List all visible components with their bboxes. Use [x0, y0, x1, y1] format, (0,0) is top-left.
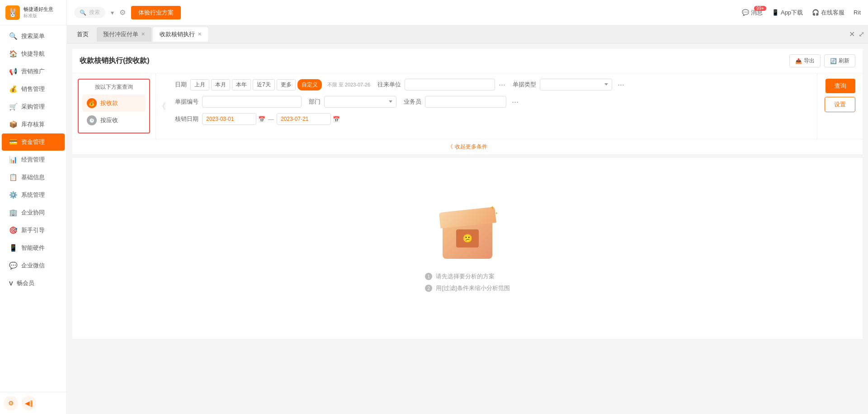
topbar-search[interactable]: 🔍 搜索: [74, 7, 105, 18]
receipt-tab-label: 收款核销执行: [160, 30, 195, 38]
sidebar-item-label: 营销推广: [21, 67, 45, 76]
sparkle-icon: ✦: [490, 205, 495, 211]
export-button[interactable]: 📤 导出: [789, 54, 821, 67]
sidebar-item-enterprise[interactable]: 🏢 企业协同: [2, 204, 65, 221]
date-btn-custom[interactable]: 自定义: [297, 79, 322, 90]
sidebar-item-search[interactable]: 🔍 搜索菜单: [2, 28, 65, 45]
filter-row-2: 单据编号 部门 业务员 ···: [175, 96, 810, 108]
refresh-button[interactable]: 🔄 刷新: [824, 54, 855, 67]
sidebar-item-quick-nav[interactable]: 🏠 快捷导航: [2, 45, 65, 62]
app-name: 畅捷通好生意: [24, 6, 53, 13]
empty-illustration: 😕 ✦ ✦: [436, 205, 499, 263]
query-button[interactable]: 查询: [826, 79, 855, 93]
sidebar-item-guide[interactable]: 🎯 新手引导: [2, 222, 65, 239]
date-btn-this-month[interactable]: 本月: [211, 79, 230, 90]
tabs-bar: 首页 预付冲应付单 ✕ 收款核销执行 ✕ ✕ ⤢: [67, 25, 868, 43]
topbar-gear-icon[interactable]: ⚙: [119, 8, 126, 17]
writeoff-date-start-input[interactable]: [202, 113, 256, 125]
sidebar-item-purchase[interactable]: 🛒 采购管理: [2, 98, 65, 115]
dept-select[interactable]: [324, 96, 396, 108]
party-input[interactable]: [405, 79, 495, 90]
docnum-input[interactable]: [202, 96, 302, 108]
tab-close-all-button[interactable]: ✕: [849, 30, 855, 38]
doctype-more-icon[interactable]: ···: [618, 80, 624, 90]
empty-box-face: 😕: [456, 229, 479, 247]
sidebar-item-label: 企业微信: [21, 262, 45, 270]
collapse-more-bar[interactable]: 《 收起更多条件: [72, 139, 863, 154]
staff-more-icon[interactable]: ···: [512, 97, 519, 107]
system-icon: ⚙️: [9, 191, 18, 199]
topbar-message[interactable]: 💬 消息 99+: [742, 9, 763, 17]
writeoff-date-start-wrap: 📅: [202, 113, 265, 125]
date-btn-more[interactable]: 更多: [277, 79, 296, 90]
tab-receipt-offset[interactable]: 收款核销执行 ✕: [153, 27, 208, 42]
sidebar-item-inventory[interactable]: 📦 库存核算: [2, 116, 65, 133]
sidebar-item-system[interactable]: ⚙️ 系统管理: [2, 186, 65, 204]
setting-button[interactable]: 设置: [825, 97, 855, 112]
date-quick-buttons: 上月 本月 本年 近7天 更多 自定义: [190, 79, 322, 90]
refresh-icon: 🔄: [830, 58, 837, 64]
sidebar-item-operation[interactable]: 📊 经营管理: [2, 151, 65, 168]
sidebar-item-wx[interactable]: 💬 企业微信: [2, 257, 65, 274]
receivable-option-icon: 🕐: [87, 115, 97, 125]
date-btn-this-year[interactable]: 本年: [232, 79, 251, 90]
writeoff-date-end-input[interactable]: [277, 113, 331, 125]
receipt-tab-close[interactable]: ✕: [198, 31, 202, 37]
tab-home[interactable]: 首页: [71, 27, 95, 42]
smart-hw-icon: 📱: [9, 244, 18, 252]
staff-input[interactable]: [425, 96, 506, 108]
funds-icon: 💳: [9, 138, 18, 146]
filter-row-3: 核销日期 📅 — 📅: [175, 113, 810, 125]
home-tab-label: 首页: [77, 30, 89, 38]
receivable-option-label: 按应收: [100, 116, 118, 124]
topbar-dropdown-icon[interactable]: ▾: [111, 9, 114, 16]
topbar: 🔍 搜索 ▾ ⚙ 体验行业方案 💬 消息 99+ 📱 App下载 🎧 在线客服 …: [67, 0, 868, 25]
prepaid-tab-label: 预付冲应付单: [103, 30, 138, 38]
party-more-icon[interactable]: ···: [499, 80, 505, 90]
sidebar-item-basic-info[interactable]: 📋 基础信息: [2, 169, 65, 186]
service-label: 在线客服: [821, 9, 844, 17]
topbar-user[interactable]: Rit: [854, 9, 861, 16]
topbar-app-download[interactable]: 📱 App下载: [772, 9, 803, 17]
main-area: 🔍 搜索 ▾ ⚙ 体验行业方案 💬 消息 99+ 📱 App下载 🎧 在线客服 …: [67, 0, 868, 414]
sidebar-item-label: 采购管理: [21, 103, 45, 111]
sidebar-item-funds[interactable]: 💳 资金管理: [2, 133, 65, 151]
filter-option-receipt[interactable]: 💰 按收款: [82, 95, 146, 112]
date-hint: 不限 至 2023-07-26: [327, 81, 370, 88]
tab-prepaid-offset[interactable]: 预付冲应付单 ✕: [97, 27, 151, 42]
filter-dept-item: 部门: [309, 96, 396, 108]
sidebar-bottom: ⚙ ◀‖: [0, 392, 66, 414]
sidebar-item-smart-hw[interactable]: 📱 智能硬件: [2, 239, 65, 257]
date-btn-last-month[interactable]: 上月: [190, 79, 209, 90]
filter-collapse-arrow[interactable]: 《: [156, 73, 168, 139]
filter-doctype-item: 单据类型 ···: [513, 79, 624, 90]
hint-num-1: 1: [425, 273, 432, 280]
filter-party-item: 往来单位 ···: [377, 79, 505, 90]
message-icon: 💬: [742, 9, 749, 16]
hint-num-2: 2: [425, 285, 432, 292]
sidebar-settings-button[interactable]: ⚙: [4, 396, 18, 410]
sidebar-collapse-button[interactable]: ◀‖: [22, 396, 36, 410]
sidebar-item-sales[interactable]: 💰 销售管理: [2, 81, 65, 98]
query-btn-area: 查询 设置: [817, 73, 863, 139]
filter-option-receivable[interactable]: 🕐 按应收: [82, 112, 146, 129]
prepaid-tab-close[interactable]: ✕: [141, 31, 145, 37]
filter-row-1: 日期 上月 本月 本年 近7天 更多 自定义 不限 至 2023-07-26 往…: [175, 79, 810, 90]
sidebar-item-label: 库存核算: [21, 120, 45, 128]
hint-text-2: 用[过滤]条件来缩小分析范围: [436, 284, 509, 292]
solution-button[interactable]: 体验行业方案: [131, 6, 181, 19]
sidebar-item-label: 经营管理: [21, 156, 45, 164]
topbar-online-service[interactable]: 🎧 在线客服: [812, 9, 844, 17]
filter-area: 按以下方案查询 💰 按收款 🕐 按应收 《: [72, 73, 863, 139]
sidebar-item-marketing[interactable]: 📢 营销推广: [2, 63, 65, 80]
filter-staff-item: 业务员 ···: [404, 96, 519, 108]
export-icon: 📤: [795, 58, 802, 64]
date-btn-7days[interactable]: 近7天: [253, 79, 275, 90]
tab-maximize-button[interactable]: ⤢: [859, 30, 864, 38]
calendar-end-icon[interactable]: 📅: [333, 116, 340, 123]
sidebar-item-member[interactable]: V 畅会员: [2, 275, 65, 292]
calendar-start-icon[interactable]: 📅: [258, 116, 265, 123]
empty-hint-1: 1 请先选择要分析的方案: [425, 272, 509, 281]
sidebar-item-label: 基础信息: [21, 173, 45, 181]
doctype-select[interactable]: [540, 79, 612, 90]
